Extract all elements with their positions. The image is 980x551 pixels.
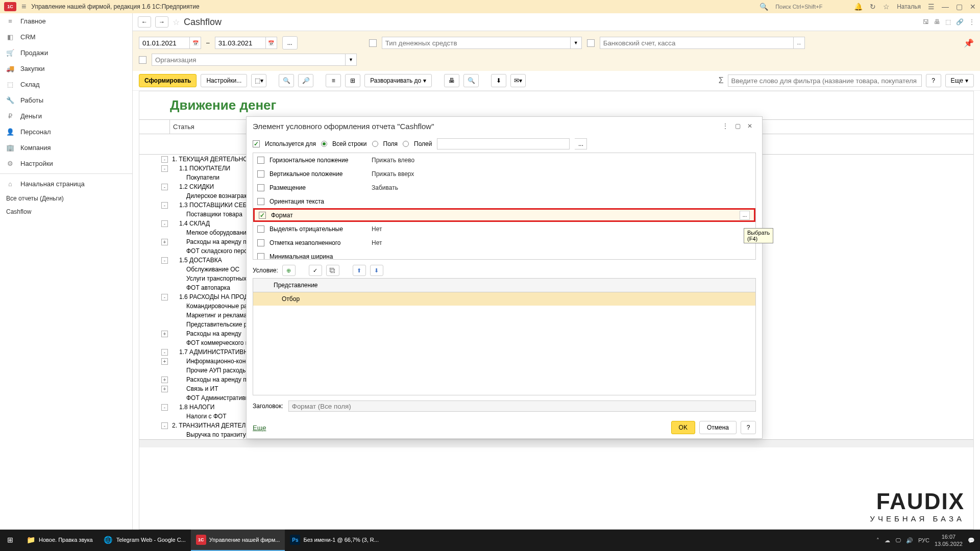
prop-row[interactable]: Отметка незаполненногоНет xyxy=(253,236,755,249)
dialog-maximize-icon[interactable]: ▢ xyxy=(731,121,744,131)
tree-toggle[interactable]: + xyxy=(161,358,168,365)
mail-button[interactable]: ✉▾ xyxy=(510,74,526,87)
check-all-button[interactable]: ✓ xyxy=(309,265,322,276)
tree-toggle[interactable]: + xyxy=(161,239,168,245)
sidebar-item-sales[interactable]: 🛒Продажи xyxy=(0,45,132,61)
sidebar-item-money[interactable]: ₽Деньги xyxy=(0,108,132,124)
search-button[interactable]: 🔍 xyxy=(279,74,294,87)
pin-icon[interactable]: 📌 xyxy=(964,38,974,48)
expand-all-button[interactable]: ⊞ xyxy=(345,74,360,87)
tree-toggle[interactable]: + xyxy=(161,377,168,383)
print-button[interactable]: 🖶 xyxy=(444,74,459,87)
tree-toggle[interactable]: - xyxy=(161,257,168,264)
sidebar-item-company[interactable]: 🏢Компания xyxy=(0,140,132,156)
dialog-help-button[interactable]: ? xyxy=(741,421,756,434)
sidebar-item-personnel[interactable]: 👤Персонал xyxy=(0,124,132,140)
system-tray[interactable]: ˄ ☁ 🖵 🔊 РУС 16:07 13.05.2022 💬 xyxy=(871,533,980,548)
sidebar-sub-cashflow[interactable]: Cashflow xyxy=(0,205,132,218)
save-icon[interactable]: 🖫 xyxy=(923,18,929,26)
expand-to-button[interactable]: Разворачивать до ▾ xyxy=(364,74,432,87)
tray-lang[interactable]: РУС xyxy=(918,537,929,543)
radio-fields[interactable] xyxy=(403,141,409,147)
prop-row[interactable]: Выделять отрицательныеНет xyxy=(253,222,755,236)
sidebar-item-main[interactable]: ≡Главное xyxy=(0,13,132,29)
tree-toggle[interactable]: - xyxy=(161,422,168,429)
collapse-button[interactable]: ≡ xyxy=(326,74,341,87)
tree-toggle[interactable]: + xyxy=(161,386,168,392)
task-audio[interactable]: 📁Новое. Правка звука xyxy=(20,530,98,551)
task-chrome[interactable]: 🌐Telegram Web - Google C... xyxy=(98,530,191,551)
grid-row-filter[interactable]: Отбор xyxy=(253,292,755,306)
prop-checkbox[interactable] xyxy=(257,184,264,191)
prop-value-input[interactable] xyxy=(373,211,734,220)
calendar-to-icon[interactable]: 📅 xyxy=(266,37,277,49)
task-photoshop[interactable]: PsБез имени-1 @ 66,7% (3, R... xyxy=(285,530,384,551)
search-next-button[interactable]: 🔎 xyxy=(298,74,313,87)
org-checkbox[interactable] xyxy=(139,56,146,64)
tray-cloud-icon[interactable]: ☁ xyxy=(885,537,890,544)
tree-toggle[interactable]: + xyxy=(161,331,168,337)
tray-volume-icon[interactable]: 🔊 xyxy=(906,537,913,544)
nav-forward-button[interactable]: → xyxy=(155,16,168,28)
tray-monitor-icon[interactable]: 🖵 xyxy=(895,537,901,543)
prop-checkbox[interactable] xyxy=(257,157,264,164)
move-down-button[interactable]: ⬇ xyxy=(370,265,383,276)
clock[interactable]: 16:07 13.05.2022 xyxy=(935,533,963,548)
hamburger-icon[interactable]: ≡ xyxy=(21,2,26,11)
nav-back-button[interactable]: ← xyxy=(138,16,151,28)
minimize-icon[interactable]: — xyxy=(942,3,949,11)
export-icon[interactable]: ⬚ xyxy=(945,18,951,26)
variant-button[interactable]: ⬚▾ xyxy=(251,74,266,87)
tree-toggle[interactable]: - xyxy=(161,156,168,163)
start-button[interactable]: ⊞ xyxy=(0,530,20,551)
user-name[interactable]: Наталья xyxy=(897,3,921,10)
date-from-input[interactable] xyxy=(139,37,190,49)
org-combo-dropdown[interactable]: ▼ xyxy=(346,54,357,66)
prop-checkbox[interactable] xyxy=(257,170,264,178)
sidebar-item-purchases[interactable]: 🚚Закупки xyxy=(0,61,132,77)
prop-checkbox[interactable] xyxy=(257,198,264,205)
save-file-button[interactable]: ⬇ xyxy=(491,74,506,87)
copy-button[interactable]: ⿻ xyxy=(326,265,339,276)
prop-checkbox[interactable] xyxy=(257,253,264,260)
type-checkbox[interactable] xyxy=(369,39,377,47)
close-icon[interactable]: ✕ xyxy=(970,3,976,11)
dialog-menu-icon[interactable]: ⋮ xyxy=(719,121,731,131)
global-search-input[interactable] xyxy=(775,2,847,11)
tray-up-icon[interactable]: ˄ xyxy=(876,537,879,544)
more-button[interactable]: Еще ▾ xyxy=(945,74,974,87)
tree-toggle[interactable]: - xyxy=(161,184,168,190)
account-combo[interactable] xyxy=(600,37,794,49)
tree-toggle[interactable]: - xyxy=(161,404,168,411)
date-to-input[interactable] xyxy=(215,37,266,49)
radio-all-rows[interactable] xyxy=(321,141,327,147)
org-combo[interactable] xyxy=(152,54,346,66)
radio-field[interactable] xyxy=(372,141,378,147)
sidebar-item-warehouse[interactable]: ⬚Склад xyxy=(0,77,132,92)
history-icon[interactable]: ↻ xyxy=(870,3,876,11)
tree-toggle[interactable]: - xyxy=(161,165,168,172)
more-icon[interactable]: ⋮ xyxy=(969,18,975,26)
favorite-icon[interactable]: ☆ xyxy=(173,17,180,27)
tree-toggle[interactable]: - xyxy=(161,220,168,227)
maximize-icon[interactable]: ▢ xyxy=(956,3,963,11)
fields-more-button[interactable]: ... xyxy=(575,138,587,149)
cancel-button[interactable]: Отмена xyxy=(699,421,737,434)
used-for-checkbox[interactable] xyxy=(253,140,260,147)
account-checkbox[interactable] xyxy=(587,39,595,47)
prop-checkbox[interactable] xyxy=(257,226,264,233)
star-icon[interactable]: ☆ xyxy=(883,3,890,11)
account-combo-more[interactable]: ... xyxy=(794,37,805,49)
type-combo-dropdown[interactable]: ▼ xyxy=(571,37,582,49)
move-up-button[interactable]: ⬆ xyxy=(353,265,366,276)
prop-checkbox[interactable] xyxy=(259,212,266,219)
scrollbar-horizontal[interactable] xyxy=(139,439,973,447)
add-condition-button[interactable]: ⊕ xyxy=(282,265,296,276)
footer-input[interactable] xyxy=(288,400,756,412)
menu-icon[interactable]: ☰ xyxy=(928,3,935,11)
preview-button[interactable]: 🔍 xyxy=(463,74,479,87)
prop-row[interactable]: Горизонтальное положениеПрижать влево xyxy=(253,153,755,167)
prop-checkbox[interactable] xyxy=(257,239,264,246)
tree-toggle[interactable]: - xyxy=(161,202,168,209)
prop-ellipsis-button[interactable]: ... xyxy=(740,211,750,220)
